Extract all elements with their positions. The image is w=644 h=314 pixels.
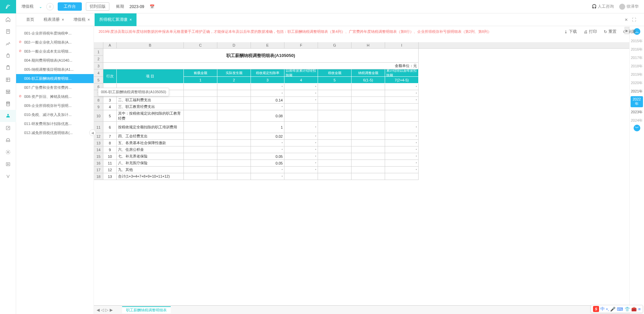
nav-form-icon[interactable] bbox=[0, 74, 16, 86]
year-item[interactable]: 2021年 bbox=[630, 87, 644, 96]
cell[interactable]: 行次 bbox=[103, 69, 117, 83]
cell[interactable] bbox=[184, 104, 217, 110]
cell[interactable]: * bbox=[385, 146, 419, 153]
cell[interactable]: 3 bbox=[251, 77, 284, 83]
cell[interactable]: * bbox=[251, 167, 284, 173]
cell[interactable]: 账载金额 bbox=[184, 69, 217, 77]
cell[interactable] bbox=[318, 160, 352, 167]
cell[interactable] bbox=[318, 83, 352, 90]
close-icon[interactable]: × bbox=[88, 17, 90, 22]
cell[interactable]: 6(1-5) bbox=[352, 77, 385, 83]
cell[interactable] bbox=[217, 133, 251, 140]
cell[interactable]: 二、职工福利费支出 bbox=[117, 97, 184, 104]
year-item[interactable]: 2020年 bbox=[630, 79, 644, 87]
cell[interactable] bbox=[318, 146, 352, 153]
row-header[interactable]: 16 bbox=[94, 160, 103, 167]
cell[interactable] bbox=[217, 146, 251, 153]
nav-bag-icon[interactable] bbox=[0, 50, 16, 62]
row-header[interactable]: 18 bbox=[94, 173, 103, 180]
year-item[interactable]: 2018年 bbox=[630, 62, 644, 70]
cell[interactable]: 合计(1+3+4+7+8+9+10+11+12) bbox=[117, 173, 184, 180]
tab-expand-icon[interactable]: ⛶ bbox=[632, 17, 636, 22]
toc-item[interactable]: 006-职工薪酬纳税调整明细... bbox=[16, 74, 94, 83]
cell[interactable] bbox=[217, 97, 251, 104]
nav-doc-icon[interactable] bbox=[0, 25, 16, 38]
switch-old-button[interactable]: 切到旧版 bbox=[86, 2, 109, 11]
row-header[interactable]: 14 bbox=[94, 146, 103, 153]
cell[interactable]: 10 bbox=[103, 153, 117, 160]
cell[interactable] bbox=[318, 122, 352, 133]
cell[interactable]: 实际发生额 bbox=[217, 69, 251, 77]
row-header[interactable]: 10 bbox=[94, 110, 103, 122]
cell[interactable]: * bbox=[284, 97, 318, 104]
row-header[interactable]: 8 bbox=[94, 97, 103, 104]
cell[interactable] bbox=[284, 110, 318, 122]
toc-item[interactable]: 010-免税、减计收入及加计... bbox=[16, 110, 94, 119]
sheet-nav-last-icon[interactable]: ▶ bbox=[110, 308, 113, 312]
cell[interactable] bbox=[385, 173, 419, 180]
ime-keyboard-icon[interactable]: ⌨ bbox=[617, 307, 623, 312]
cell[interactable]: 0.02 bbox=[251, 133, 284, 140]
cell[interactable] bbox=[184, 160, 217, 167]
cell[interactable]: 1 bbox=[251, 122, 284, 133]
cell[interactable] bbox=[217, 140, 251, 146]
year-item[interactable]: 2015年 bbox=[630, 37, 644, 45]
cell[interactable] bbox=[352, 140, 385, 146]
cell[interactable]: * bbox=[385, 90, 419, 97]
cell[interactable]: 4 bbox=[103, 104, 117, 110]
cell[interactable] bbox=[352, 160, 385, 167]
print-button[interactable]: 🖨 打印 bbox=[584, 29, 597, 35]
expand-year-rail-icon[interactable]: ▶ bbox=[625, 27, 629, 34]
cell[interactable] bbox=[184, 167, 217, 173]
cell[interactable] bbox=[184, 83, 217, 90]
col-header[interactable]: G bbox=[318, 42, 352, 48]
nav-calc-icon[interactable] bbox=[0, 98, 16, 110]
cell[interactable]: * bbox=[284, 146, 318, 153]
cell[interactable] bbox=[217, 83, 251, 90]
row-header[interactable]: 1 bbox=[94, 49, 103, 56]
ime-mic-icon[interactable]: 🎤 bbox=[610, 307, 615, 312]
col-header[interactable]: H bbox=[352, 42, 385, 48]
toc-item[interactable]: 004-期间费用明细表(A1040... bbox=[16, 56, 94, 65]
toc-item[interactable]: 001-企业所得税年度纳税申... bbox=[16, 29, 94, 38]
tab-vat[interactable]: 增值税× bbox=[69, 13, 95, 26]
nav-media-icon[interactable] bbox=[0, 158, 16, 170]
cell[interactable]: 5 bbox=[318, 77, 352, 83]
cell[interactable] bbox=[318, 90, 352, 97]
cell[interactable]: * bbox=[385, 122, 419, 133]
cell[interactable] bbox=[217, 122, 251, 133]
reset-button[interactable]: ↻ 重置 bbox=[604, 29, 616, 35]
cell[interactable]: * bbox=[284, 83, 318, 90]
col-header[interactable]: E bbox=[251, 42, 284, 48]
cell[interactable] bbox=[352, 110, 385, 122]
cell[interactable]: 11 bbox=[103, 160, 117, 167]
year-scroll-down-icon[interactable]: ︾ bbox=[634, 125, 640, 131]
cell[interactable]: 0.14 bbox=[251, 97, 284, 104]
row-header[interactable]: 5 bbox=[94, 77, 103, 83]
cell[interactable] bbox=[184, 140, 217, 146]
cell[interactable]: 四、工会经费支出 bbox=[117, 133, 184, 140]
cell[interactable]: 税收金额 bbox=[318, 69, 352, 77]
cell[interactable]: * bbox=[284, 153, 318, 160]
cell[interactable] bbox=[184, 122, 217, 133]
year-item[interactable]: 2016年 bbox=[630, 45, 644, 54]
cell[interactable]: 纳税调整金额 bbox=[352, 69, 385, 77]
year-item[interactable]: 2022年 bbox=[631, 96, 643, 107]
cell[interactable] bbox=[184, 110, 217, 122]
cell[interactable] bbox=[352, 83, 385, 90]
cell[interactable]: 0.08 bbox=[251, 110, 284, 122]
cell[interactable]: * bbox=[251, 83, 284, 90]
cell[interactable]: * bbox=[251, 90, 284, 97]
row-header[interactable]: 15 bbox=[94, 153, 103, 160]
cell[interactable]: 累计结转以后年度扣除额 bbox=[385, 69, 419, 77]
cell[interactable]: 9 bbox=[103, 146, 117, 153]
nav-inbox-icon[interactable] bbox=[0, 134, 16, 146]
cell[interactable] bbox=[385, 110, 419, 122]
cell[interactable]: 税收规定扣除率 bbox=[251, 69, 284, 77]
row-header[interactable]: 2 bbox=[94, 56, 103, 63]
cell[interactable]: 三、职工教育经费支出 bbox=[117, 104, 184, 110]
cell[interactable] bbox=[217, 153, 251, 160]
cell[interactable] bbox=[217, 90, 251, 97]
toc-item[interactable]: ⊘008-资产折旧、摊销及纳税... bbox=[16, 92, 94, 101]
toc-item[interactable]: 007-广告费和业务宣传费跨... bbox=[16, 83, 94, 92]
